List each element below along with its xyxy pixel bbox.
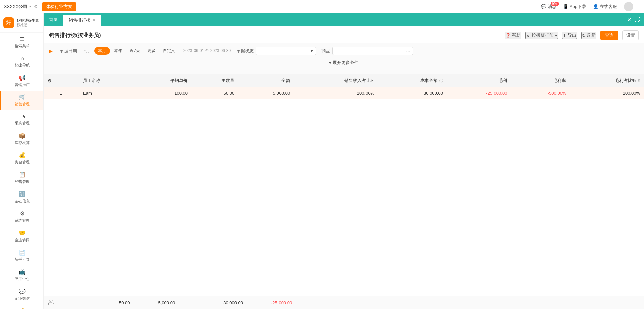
export-icon: ⬇ (563, 33, 566, 38)
refresh-icon: ↻ (582, 33, 586, 38)
guide-icon: 📄 (19, 249, 26, 256)
date-btn-7days[interactable]: 近7天 (127, 47, 143, 55)
goods-filter-label: 商品 (321, 48, 330, 54)
page-content: 销售排行榜(按业务员) ❓ 帮助 🖨 按模板打印 ▾ ⬇ 导出 (44, 26, 644, 309)
expand-more-btn[interactable]: ▾ 展开更多条件 (329, 58, 359, 68)
sidebar-item-guide[interactable]: 📄 新手引导 (0, 246, 43, 265)
sidebar-item-app-center[interactable]: 📺 应用中心 (0, 265, 43, 285)
logo-tag: 标准版 (17, 23, 39, 28)
sidebar-item-inventory[interactable]: 📦 库存核算 (0, 129, 43, 149)
topbar: XXXXX公司 ▾ ⚙ 体验行业方案 💬 消息 99+ 📱 App下载 👤 在线… (0, 0, 644, 13)
row-sales-pct: 100.00% (294, 87, 378, 99)
sidebar: 好 畅捷通好生意 标准版 ☰ 搜索菜单 ⌂ 快捷导航 📢 营销推广 🛒 销售管理… (0, 13, 44, 309)
print-icon: 🖨 (526, 33, 530, 38)
sidebar-item-label: 采购管理 (15, 121, 30, 126)
print-btn[interactable]: 🖨 按模板打印 ▾ (525, 32, 558, 39)
column-settings-icon[interactable]: ⚙ (48, 78, 52, 83)
tab-home[interactable]: 首页 (44, 13, 63, 26)
goods-more-icon[interactable]: ··· (406, 48, 410, 53)
tab-sales-ranking[interactable]: 销售排行榜 ✕ (63, 15, 101, 26)
purchase-icon: 🛍 (19, 113, 25, 119)
message-btn[interactable]: 💬 消息 99+ (541, 4, 556, 10)
app-download-btn[interactable]: 📱 App下载 (563, 4, 586, 10)
sidebar-item-operation[interactable]: 📋 经营管理 (0, 168, 43, 188)
company-settings-icon[interactable]: ⚙ (34, 4, 38, 10)
status-filter-label: 单据状态 (236, 48, 254, 54)
system-icon: ⚙ (20, 210, 25, 217)
footer-total-label: 合计 (48, 300, 75, 306)
col-sales-pct: 销售收入占比% (294, 74, 378, 87)
sidebar-item-search[interactable]: ☰ 搜索菜单 (0, 33, 43, 52)
company-name: XXXXX公司 (4, 4, 27, 10)
date-btn-this-year[interactable]: 本年 (111, 47, 125, 55)
date-btn-more[interactable]: 更多 (144, 47, 159, 55)
sidebar-item-label: 系统管理 (15, 218, 30, 223)
data-table: ⚙ 员工名称 平均单价 主数量 全额 销售收入占比% 成本全额 ⓘ (44, 74, 644, 99)
footer-gross: -25,000.00 (267, 300, 296, 305)
sidebar-item-basic-info[interactable]: 🔢 基础信息 (0, 188, 43, 207)
row-gross-rate: -500.00% (511, 87, 570, 99)
status-chevron-icon: ▾ (311, 48, 313, 53)
date-btn-prev-month[interactable]: 上月 (79, 47, 93, 55)
sidebar-item-label: 企业协同 (15, 238, 30, 243)
message-icon: 💬 (541, 4, 546, 9)
col-gross: 毛利 (447, 74, 511, 87)
sidebar-logo: 好 畅捷通好生意 标准版 (0, 13, 43, 33)
app-center-icon: 📺 (19, 269, 26, 275)
inventory-icon: 📦 (19, 133, 26, 139)
company-selector[interactable]: XXXXX公司 ▾ (4, 4, 31, 10)
help-btn[interactable]: ❓ 帮助 (505, 32, 521, 39)
settings-btn[interactable]: 设置 (622, 30, 639, 40)
tab-close-icon[interactable]: ✕ (92, 18, 96, 23)
table-body: 1 Eam 100.00 50.00 5,000.00 100.00% 30,0… (44, 87, 644, 99)
print-chevron-icon: ▾ (555, 33, 557, 38)
sidebar-item-finance[interactable]: 💰 资金管理 (0, 149, 43, 168)
sidebar-item-label: 经营管理 (15, 179, 30, 184)
goods-input[interactable]: ··· (332, 47, 413, 55)
col-cost: 成本全额 ⓘ (378, 74, 447, 87)
page-header: 销售排行榜(按业务员) ❓ 帮助 🖨 按模板打印 ▾ ⬇ 导出 (44, 26, 644, 43)
operation-icon: 📋 (19, 171, 26, 178)
sidebar-item-enterprise[interactable]: 🤝 企业协同 (0, 226, 43, 246)
filter-date-group: 单据日期 上月 本月 本年 近7天 更多 自定义 (59, 47, 178, 55)
col-settings[interactable]: ⚙ (44, 74, 56, 87)
table-wrap: ⚙ 员工名称 平均单价 主数量 全额 销售收入占比% 成本全额 ⓘ (44, 74, 644, 296)
filter-expand-arrow-icon[interactable]: ▶ (49, 48, 53, 54)
online-service-btn[interactable]: 👤 在线客服 (593, 4, 617, 10)
trial-btn[interactable]: 体验行业方案 (42, 2, 76, 11)
date-btn-custom[interactable]: 自定义 (160, 47, 178, 55)
filter-goods-group: 商品 ··· (321, 47, 413, 55)
avatar[interactable] (624, 2, 633, 11)
print-label: 按模板打印 (532, 32, 554, 38)
refresh-btn[interactable]: ↻ 刷新 (581, 32, 596, 39)
filter-bar: ▶ 单据日期 上月 本月 本年 近7天 更多 自定义 (44, 43, 644, 74)
sidebar-item-wechat[interactable]: 💬 企业微信 (0, 285, 43, 304)
sales-icon: 🛒 (19, 94, 26, 100)
status-select[interactable]: ▾ (256, 47, 316, 55)
sidebar-item-system[interactable]: ⚙ 系统管理 (0, 207, 43, 226)
sidebar-item-label: 资金管理 (15, 160, 30, 165)
app-icon: 📱 (563, 4, 568, 9)
query-btn[interactable]: 查询 (600, 31, 618, 40)
company-chevron-icon: ▾ (29, 5, 31, 8)
refresh-label: 刷新 (587, 32, 596, 38)
tab-maximize-icon[interactable]: ⛶ (635, 17, 640, 23)
export-btn[interactable]: ⬇ 导出 (562, 32, 577, 39)
sidebar-item-quick-nav[interactable]: ⌂ 快捷导航 (0, 52, 43, 71)
footer-qty: 50.00 (115, 300, 134, 305)
sales-ranking-tab-label: 销售排行榜 (69, 17, 90, 23)
sidebar-item-marketing[interactable]: 📢 营销推广 (0, 71, 43, 91)
date-btn-this-month[interactable]: 本月 (94, 47, 110, 55)
sidebar-item-purchase[interactable]: 🛍 采购管理 (0, 110, 43, 129)
filter-row: ▶ 单据日期 上月 本月 本年 近7天 更多 自定义 (49, 47, 639, 55)
page-title: 销售排行榜(按业务员) (49, 32, 101, 39)
content-area: 首页 销售排行榜 ✕ ✕ ⛶ 销售排行榜(按业务员) ❓ 帮助 (44, 13, 644, 309)
sidebar-item-sales[interactable]: 🛒 销售管理 (0, 91, 43, 110)
cost-info-icon: ⓘ (439, 79, 443, 83)
message-badge: 99+ (551, 2, 559, 6)
sidebar-item-label: 快捷导航 (15, 63, 30, 68)
tab-close-window-icon[interactable]: ✕ (627, 17, 631, 23)
tab-bar-right: ✕ ⛶ (627, 17, 644, 23)
sidebar-item-member[interactable]: ✌ 畅会员 (0, 304, 43, 309)
app-label: App下载 (570, 4, 586, 10)
